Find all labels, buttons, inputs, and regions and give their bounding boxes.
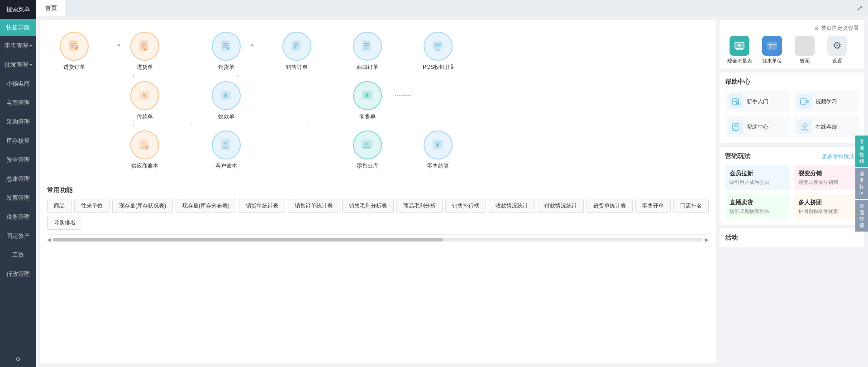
node-purchase-bill[interactable]: 进货单 xyxy=(118,32,172,71)
float-btn-hotline[interactable]: 客服热线 xyxy=(855,135,868,167)
pos-icon xyxy=(424,32,453,61)
node-mall-order[interactable]: ≡ 商城订单 xyxy=(340,32,395,71)
node-pos[interactable]: POS收银开å xyxy=(411,32,465,71)
func-btn-guide-rank[interactable]: 导购排名 xyxy=(47,216,82,230)
flow-row-1: 进货订单 xyxy=(47,32,709,71)
help-item-help[interactable]: 帮助中心 xyxy=(725,116,790,138)
sidebar-item-tax[interactable]: 税务管理 xyxy=(0,208,36,227)
svg-text:≡: ≡ xyxy=(364,45,367,50)
svg-point-41 xyxy=(738,44,741,47)
float-btn-community[interactable]: 服务社区 xyxy=(855,168,868,199)
group-desc: 拼团购物享受优惠 xyxy=(798,208,854,215)
node-sales-bill[interactable]: ¥ 销货单 xyxy=(199,32,253,71)
marketing-item-live[interactable]: 直播卖货 场景式购物新玩法 xyxy=(725,194,790,219)
quick-access-settings-label[interactable]: 首页自定义设置 xyxy=(821,24,859,32)
help-center-title: 帮助中心 xyxy=(725,78,859,86)
node-customer-account[interactable]: 客户账本 xyxy=(199,130,253,170)
func-btn-unit[interactable]: 往来单位 xyxy=(74,199,110,213)
node-payment-in[interactable]: ¥ 收款单 xyxy=(199,81,253,121)
func-btn-receipt-stat[interactable]: 收款情况统计 xyxy=(489,199,535,213)
node-sales-order[interactable]: ¥ 销售订单 xyxy=(270,32,324,71)
func-btn-product-profit[interactable]: 商品毛利分析 xyxy=(396,199,443,213)
node-payment-out[interactable]: ¥ 付款单 xyxy=(118,81,172,121)
func-btn-gross-profit[interactable]: 销售毛利分析表 xyxy=(342,199,394,213)
float-btn-desktop[interactable]: 桌面快捷 xyxy=(855,200,868,232)
flow-diagram: 进货订单 xyxy=(47,27,709,179)
settings-label: 设置 xyxy=(832,58,842,64)
group-title: 多人拼团 xyxy=(798,198,854,207)
common-functions-title: 常用功能 xyxy=(47,186,709,194)
live-title: 直播卖货 xyxy=(730,198,786,207)
flow-row-3: 供应商账本 客户账本 xyxy=(47,130,709,170)
customer-account-icon xyxy=(212,130,241,159)
func-btn-product[interactable]: 商品 xyxy=(47,199,72,213)
sidebar-item-admin[interactable]: 行政管理 xyxy=(0,265,36,284)
func-btn-sales-rank[interactable]: 销售排行榜 xyxy=(445,199,486,213)
payment-in-icon: ¥ xyxy=(212,81,241,110)
scroll-right-icon[interactable]: ▶ xyxy=(705,237,709,243)
help-item-online-service[interactable]: 在线客服 xyxy=(794,116,859,138)
scroll-left-icon[interactable]: ◀ xyxy=(47,237,51,243)
marketing-item-member[interactable]: 会员拉新 吸引用户成为会员 xyxy=(725,165,790,190)
sidebar-item-purchase[interactable]: 采购管理 xyxy=(0,112,36,131)
purchase-bill-icon xyxy=(130,32,159,61)
marketing-grid: 会员拉新 吸引用户成为会员 裂变分销 裂变式发展分销商 直播卖货 场景式购物新玩… xyxy=(725,165,859,219)
sidebar-item-ecommerce-mgmt[interactable]: 电商管理 xyxy=(0,93,36,112)
sidebar: 搜索菜单 快捷导航 零售管理 ▾ 批发管理 ▾ 小畅电商 电商管理 采购管理 库… xyxy=(0,0,36,367)
node-supplier-account[interactable]: 供应商账本 xyxy=(118,130,172,170)
mall-order-label: 商城订单 xyxy=(357,63,378,71)
node-purchase-order[interactable]: 进货订单 xyxy=(47,32,101,71)
sidebar-item-wholesale[interactable]: 批发管理 ▾ xyxy=(0,55,36,74)
svg-point-34 xyxy=(224,142,227,145)
scroll-track[interactable] xyxy=(53,238,703,241)
func-btn-inventory-status[interactable]: 现存量(库存状况表) xyxy=(112,199,173,213)
sidebar-item-retail[interactable]: 零售管理 ▾ xyxy=(0,36,36,55)
sidebar-item-payroll[interactable]: 工资 xyxy=(0,246,36,265)
node-retail-out[interactable]: 零售出库 xyxy=(340,130,395,170)
qa-item-empty[interactable]: 暂无 xyxy=(790,36,819,64)
qa-item-cashflow[interactable]: 现金流量表 xyxy=(725,36,754,64)
svg-rect-32 xyxy=(146,145,148,149)
search-menu[interactable]: 搜索菜单 xyxy=(0,0,36,19)
maximize-icon[interactable]: ⤢ xyxy=(851,0,868,16)
settings-gear-icon: ⚙ xyxy=(827,36,847,56)
func-btn-payment-stat[interactable]: 付款情况统计 xyxy=(538,199,584,213)
func-btn-sales-stat[interactable]: 销货单统计表 xyxy=(239,199,285,213)
func-btn-inventory-dist[interactable]: 现存量(库存分布表) xyxy=(176,199,236,213)
sales-bill-icon: ¥ xyxy=(212,32,241,61)
help-item-beginner[interactable]: 新手入门 xyxy=(725,91,790,112)
node-retail-settle[interactable]: ¥ 零售结算 xyxy=(411,130,465,170)
sidebar-item-ecommerce-small[interactable]: 小畅电商 xyxy=(0,74,36,93)
units-icon xyxy=(762,36,782,56)
supplier-account-icon xyxy=(130,130,159,159)
node-retail-bill[interactable]: ¥ 零售单 xyxy=(340,81,395,121)
qa-item-units[interactable]: 往来单位 xyxy=(758,36,787,64)
quick-nav[interactable]: 快捷导航 xyxy=(0,19,36,36)
fission-desc: 裂变式发展分销商 xyxy=(798,179,854,186)
left-panel: 进货订单 xyxy=(40,20,716,363)
sidebar-item-assets[interactable]: 固定资产 xyxy=(0,227,36,246)
sidebar-item-ledger[interactable]: 总账管理 xyxy=(0,169,36,188)
sidebar-item-finance[interactable]: 资金管理 xyxy=(0,150,36,169)
marketing-item-group[interactable]: 多人拼团 拼团购物享受优惠 xyxy=(794,194,859,219)
spacer-arrow-4 xyxy=(324,46,340,46)
func-btn-store-rank[interactable]: 门店排名 xyxy=(673,199,709,213)
marketing-item-fission[interactable]: 裂变分销 裂变式发展分销商 xyxy=(794,165,859,190)
svg-point-53 xyxy=(803,124,806,127)
quick-access-header: ⚙ 首页自定义设置 xyxy=(725,24,859,32)
marketing-more-link[interactable]: 更多营销玩法 > xyxy=(822,153,859,160)
help-item-video[interactable]: 视频学习 xyxy=(794,91,859,112)
help-center-panel: 帮助中心 新手入门 xyxy=(720,72,864,143)
svg-point-31 xyxy=(143,142,145,145)
sidebar-item-invoice[interactable]: 发票管理 xyxy=(0,188,36,208)
function-buttons-grid: 商品 往来单位 现存量(库存状况表) 现存量(库存分布表) 销货单统计表 销售订… xyxy=(47,199,709,230)
settings-icon[interactable]: ⚙ xyxy=(0,351,36,367)
func-btn-purchase-stat[interactable]: 进货单统计表 xyxy=(587,199,633,213)
svg-text:¥: ¥ xyxy=(142,92,146,99)
func-btn-sales-order-stat[interactable]: 销售订单统计表 xyxy=(288,199,339,213)
qa-item-settings[interactable]: ⚙ 设置 xyxy=(823,36,852,64)
func-btn-retail-order[interactable]: 零售开单 xyxy=(635,199,671,213)
down-arrow-mall: ↓ xyxy=(223,72,253,78)
sidebar-item-inventory[interactable]: 库存核算 xyxy=(0,131,36,150)
tab-home[interactable]: 首页 xyxy=(36,0,67,16)
